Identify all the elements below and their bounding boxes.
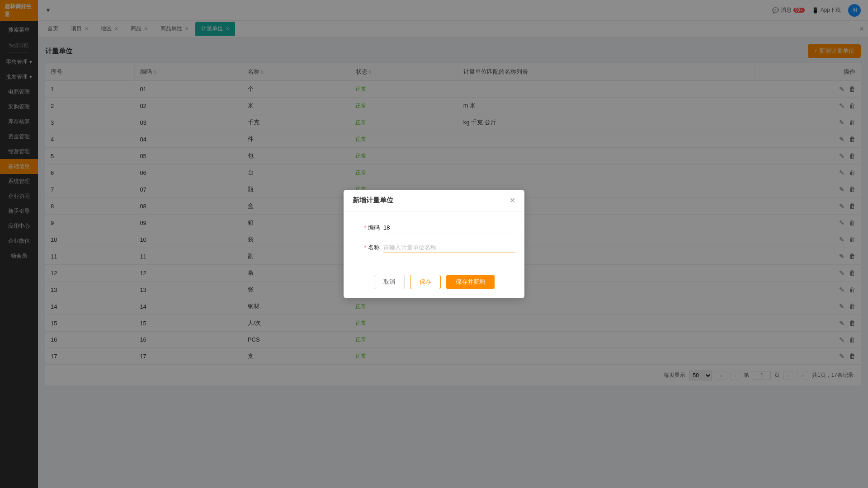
code-input[interactable] (383, 222, 515, 233)
modal-body: 编码 名称 (344, 211, 524, 269)
name-label: 名称 (353, 244, 380, 252)
save-button[interactable]: 保存 (410, 275, 441, 289)
save-and-new-button[interactable]: 保存并新增 (446, 275, 495, 289)
form-row-name: 名称 (353, 242, 515, 253)
form-row-code: 编码 (353, 222, 515, 233)
code-label: 编码 (353, 224, 380, 232)
modal-overlay: 新增计量单位 ✕ 编码 名称 取消 保存 保存并新增 (0, 0, 868, 488)
name-input[interactable] (383, 242, 515, 253)
modal-footer: 取消 保存 保存并新增 (344, 269, 524, 298)
add-unit-modal: 新增计量单位 ✕ 编码 名称 取消 保存 保存并新增 (344, 190, 524, 298)
modal-close-button[interactable]: ✕ (509, 196, 515, 205)
cancel-button[interactable]: 取消 (374, 275, 405, 289)
modal-title: 新增计量单位 (353, 196, 393, 205)
modal-header: 新增计量单位 ✕ (344, 190, 524, 211)
